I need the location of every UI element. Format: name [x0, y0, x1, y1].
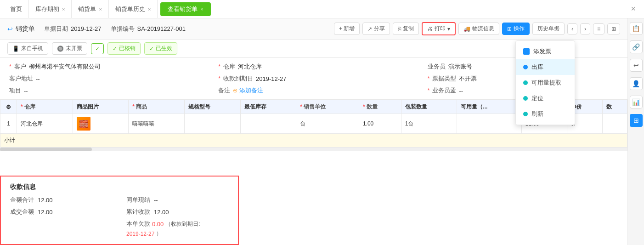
- project-label: 项目: [9, 86, 21, 95]
- outbound-dot: [523, 65, 528, 69]
- row-warehouse: 河北仓库: [17, 114, 73, 134]
- dropdown-item-outbound[interactable]: 出库: [516, 59, 575, 75]
- tab-bar: 首页 库存期初 × 销货单 × 销货单历史 × 查看销货单 × ×: [0, 0, 644, 18]
- tab-sales[interactable]: 销货单 ×: [72, 0, 108, 18]
- due-date-value: 2019-12-27: [256, 75, 287, 82]
- row-product: 嘻嘻嘻嘻: [129, 114, 185, 134]
- cumulative-value: 12.00: [154, 209, 169, 216]
- same-order-value: --: [154, 197, 158, 204]
- sold-icon: ✓: [113, 46, 117, 52]
- balance-note: （收款到期日:: [165, 220, 200, 228]
- customer-label: *: [9, 63, 11, 70]
- tab-home[interactable]: 首页: [4, 0, 29, 18]
- same-order-label: 同单现结: [126, 196, 150, 204]
- operation-button[interactable]: ⊞ 操作: [502, 23, 530, 35]
- transaction-label: 成交金额: [10, 208, 34, 216]
- row-spec: [184, 114, 240, 134]
- operation-icon: ⊞: [507, 26, 512, 32]
- tab-inventory[interactable]: 库存期初 ×: [29, 0, 72, 18]
- tab-view-sales-close[interactable]: ×: [200, 6, 203, 12]
- sidebar-icon-2[interactable]: 🔗: [630, 40, 643, 53]
- warehouse-label: 仓库: [223, 63, 235, 71]
- row-index: 1: [0, 114, 17, 134]
- nav-next-button[interactable]: ›: [580, 23, 590, 34]
- project-value: --: [24, 87, 28, 94]
- sidebar-icon-4[interactable]: 👤: [630, 77, 643, 90]
- payment-section: 收款信息 金额合计 12.00 同单现结 -- 成交金额 12.00 累计收款 …: [0, 176, 239, 245]
- number-value: SA-20191227-001: [137, 25, 186, 32]
- document-header: ↩ 销货单 单据日期 2019-12-27 单据编号 SA-20191227-0…: [0, 18, 627, 40]
- add-invoice-icon: [523, 48, 530, 55]
- note-label: 备注: [218, 86, 230, 95]
- not-opened-button[interactable]: 🔘 未开票: [52, 42, 87, 55]
- salesperson2-value: --: [459, 87, 463, 94]
- dropdown-item-available[interactable]: 可用量提取: [516, 75, 575, 91]
- from-phone-button[interactable]: 📱 来自手机: [7, 42, 48, 55]
- balance-value: 0.00: [152, 221, 164, 228]
- col-available: 可用量（...: [457, 100, 521, 114]
- share-icon: ↗: [367, 26, 372, 32]
- sidebar-icon-3[interactable]: ↩: [630, 59, 643, 72]
- share-button[interactable]: ↗ 分享: [362, 23, 390, 35]
- salesperson-label: 业务员: [428, 63, 446, 71]
- due-date-label: 收款到期日: [223, 74, 253, 83]
- dropdown-menu: 添发票 出库 可用量提取 定位 刷新: [515, 40, 575, 125]
- check-button[interactable]: ✓: [91, 43, 104, 54]
- row-min-stock: [240, 114, 296, 134]
- add-note-button[interactable]: ⊕ 添加备注: [233, 86, 263, 95]
- due-date-required: *: [218, 75, 220, 82]
- balance-label: 本单欠款: [126, 220, 150, 228]
- nav-prev-button[interactable]: ‹: [567, 23, 577, 34]
- sales-order-icon: ↩: [7, 25, 13, 33]
- tab-sales-history-close[interactable]: ×: [148, 6, 151, 12]
- effective-icon: ✓: [149, 46, 154, 52]
- dropdown-item-locate[interactable]: 定位: [516, 91, 575, 106]
- logistics-button[interactable]: 🚚 物流信息: [458, 23, 499, 35]
- view-list-button[interactable]: ≡: [593, 23, 604, 34]
- window-close-button[interactable]: ×: [626, 4, 640, 14]
- history-button[interactable]: 历史单据: [532, 23, 565, 35]
- col-pkg-qty: 包装数量: [401, 100, 457, 114]
- dropdown-item-refresh[interactable]: 刷新: [516, 106, 575, 122]
- address-label: 客户地址: [9, 74, 33, 83]
- salesperson2-required: *: [428, 87, 430, 94]
- sidebar-icon-5[interactable]: 📊: [630, 96, 643, 108]
- dropdown-item-add-invoice[interactable]: 添发票: [516, 44, 575, 59]
- tab-view-sales[interactable]: 查看销货单 ×: [160, 2, 210, 16]
- logistics-icon: 🚚: [463, 26, 470, 32]
- copy-icon: ⎘: [398, 26, 401, 32]
- print-button[interactable]: 🖨 打印 ▾: [422, 22, 456, 35]
- sidebar-icon-1[interactable]: 📋: [630, 22, 643, 35]
- row-available: [457, 114, 521, 134]
- tab-inventory-close[interactable]: ×: [62, 6, 65, 12]
- tab-sales-history[interactable]: 销货单历史 ×: [109, 0, 158, 18]
- sidebar-icon-6[interactable]: ⊞: [630, 114, 643, 127]
- print-icon: 🖨: [427, 26, 433, 32]
- ticket-icon: 🔘: [57, 46, 64, 52]
- balance-paren-close: ）: [156, 230, 162, 238]
- sold-button[interactable]: ✓ 已核销: [107, 42, 141, 55]
- subtotal-row: 小计: [0, 134, 627, 148]
- balance-date: 2019-12-27: [126, 231, 154, 237]
- tab-sales-close[interactable]: ×: [99, 6, 102, 12]
- copy-button[interactable]: ⎘ 复制: [393, 23, 419, 35]
- date-value: 2019-12-27: [71, 25, 102, 32]
- phone-icon: 📱: [12, 46, 19, 52]
- new-button[interactable]: + 新增: [334, 23, 360, 35]
- available-dot: [523, 80, 528, 85]
- effective-button[interactable]: ✓ 已生效: [144, 42, 177, 55]
- row-unit: 台: [296, 114, 359, 134]
- document-title: 销货单: [16, 25, 35, 33]
- col-gear: ⚙: [0, 100, 17, 114]
- payment-title: 收款信息: [10, 183, 229, 191]
- subtotal-label: 小计: [0, 134, 627, 148]
- ticket-type-label: 票据类型: [432, 74, 456, 83]
- customer-value: 柳州粤港平安气体有限公司: [29, 63, 101, 71]
- locate-dot: [523, 96, 528, 101]
- view-grid-button[interactable]: ⊞: [607, 23, 620, 34]
- ticket-type-value: 不开票: [459, 74, 477, 83]
- address-value: --: [36, 75, 40, 82]
- right-sidebar: 📋 🔗 ↩ 👤 📊 ⊞: [627, 18, 644, 245]
- date-label: 单据日期: [44, 25, 68, 33]
- col-unit: * 销售单位: [296, 100, 359, 114]
